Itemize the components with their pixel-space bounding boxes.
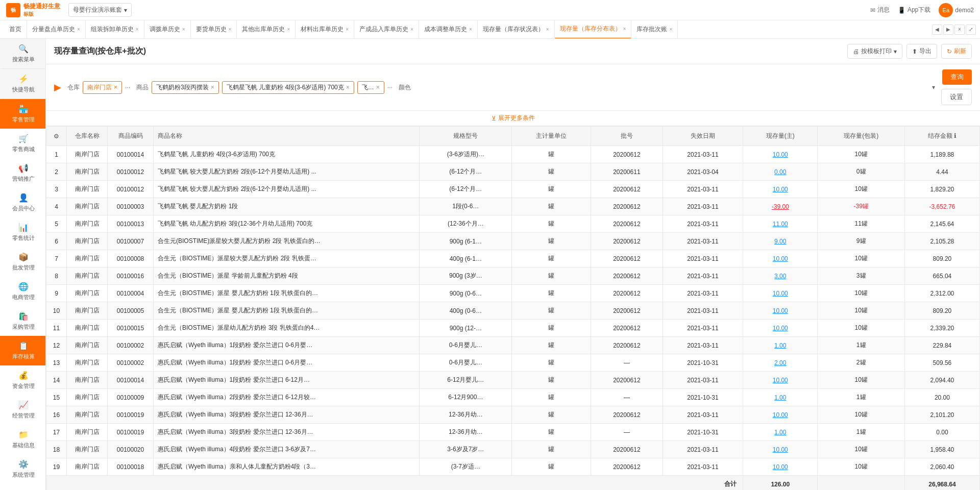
col-header-settings[interactable]: ⚙ bbox=[46, 127, 67, 146]
cell-stock-main[interactable]: -39.00 bbox=[743, 198, 818, 215]
tab-requisition[interactable]: 要货单历史 × bbox=[191, 20, 237, 39]
cell-stock-main[interactable]: 10.00 bbox=[743, 320, 818, 337]
app-download-btn[interactable]: 📱 App下载 bbox=[898, 6, 930, 14]
sidebar-item-ecommerce[interactable]: 🌐 电商管理 bbox=[0, 277, 45, 306]
cell-warehouse: 南岸门店 bbox=[67, 302, 108, 320]
cell-stock-main[interactable]: 11.00 bbox=[743, 215, 818, 233]
cell-batch: 20200612 bbox=[591, 233, 663, 250]
cell-stock-main[interactable]: 0.00 bbox=[743, 163, 818, 181]
sidebar-item-wholesale[interactable]: 📦 批发管理 bbox=[0, 247, 45, 277]
tab-home[interactable]: 首页 bbox=[4, 20, 27, 39]
warehouse-more-icon[interactable]: ··· bbox=[125, 84, 130, 91]
cell-stock-main[interactable]: 1.00 bbox=[743, 337, 818, 354]
tab-close-btn[interactable]: × bbox=[954, 24, 965, 35]
close-icon[interactable]: × bbox=[623, 26, 626, 32]
sidebar-item-retail-mall[interactable]: 🛒 零售商城 bbox=[0, 129, 45, 158]
cell-stock-main[interactable]: 10.00 bbox=[743, 372, 818, 389]
expand-btn[interactable]: ⊻ 展开更多条件 bbox=[492, 114, 535, 122]
footer-total-stock: 126.00 bbox=[743, 476, 818, 491]
search-icon: 🔍 bbox=[18, 44, 29, 54]
product-tag-extra[interactable]: 飞… × bbox=[357, 81, 384, 94]
color-expand-icon[interactable]: ▾ bbox=[932, 84, 935, 91]
sidebar-item-collab[interactable]: 🤝 企业协同 bbox=[0, 484, 45, 490]
close-icon[interactable]: × bbox=[136, 27, 139, 32]
cell-stock-main[interactable]: 10.00 bbox=[743, 441, 818, 458]
product-tag-1[interactable]: 飞鹤星飞帆 儿童奶粉 4段(3-6岁适用) 700克 × bbox=[222, 81, 354, 94]
sidebar-item-marketing[interactable]: 📢 营销推广 bbox=[0, 158, 45, 188]
cell-stock-main[interactable]: 10.00 bbox=[743, 458, 818, 476]
product-remove-icon[interactable]: × bbox=[211, 84, 214, 91]
cell-warehouse: 南岸门店 bbox=[67, 406, 108, 424]
cell-stock-main[interactable]: 10.00 bbox=[743, 285, 818, 302]
close-icon[interactable]: × bbox=[77, 27, 80, 32]
cell-amount: 509.56 bbox=[904, 354, 979, 372]
tab-next-btn[interactable]: ▶ bbox=[943, 24, 953, 35]
tab-prev-btn[interactable]: ◀ bbox=[932, 24, 942, 35]
cell-expiry: 2021-10-31 bbox=[663, 424, 743, 441]
sidebar-item-finance[interactable]: 💰 资金管理 bbox=[0, 365, 45, 395]
refresh-btn[interactable]: ↻ 刷新 bbox=[941, 44, 972, 59]
tab-partial-stock[interactable]: 分量盘点单历史 × bbox=[27, 20, 86, 39]
product-more-icon[interactable]: ··· bbox=[387, 84, 393, 91]
tab-stock-dist[interactable]: 现存量（库存分布表） × bbox=[555, 20, 632, 39]
color-expand-area: ▾ bbox=[932, 84, 935, 91]
close-icon[interactable]: × bbox=[229, 27, 232, 32]
cell-stock-main[interactable]: 10.00 bbox=[743, 146, 818, 163]
expand-arrow-icon[interactable]: ▶ bbox=[54, 82, 61, 93]
template-print-btn[interactable]: 🖨 按模板打印 ▾ bbox=[847, 44, 902, 59]
cell-stock-main[interactable]: 1.00 bbox=[743, 389, 818, 406]
sidebar-item-retail-stats[interactable]: 📊 零售统计 bbox=[0, 217, 45, 247]
tab-product-in[interactable]: 产成品入库单历史 × bbox=[354, 20, 419, 39]
warehouse-remove-icon[interactable]: × bbox=[114, 84, 117, 91]
product-extra-remove-icon[interactable]: × bbox=[376, 84, 380, 91]
tab-other-out[interactable]: 其他出库单历史 × bbox=[237, 20, 296, 39]
tab-unpack[interactable]: 组装拆卸单历史 × bbox=[86, 20, 144, 39]
tab-batch[interactable]: 库存批次账 × bbox=[631, 20, 678, 39]
cell-unit: 罐 bbox=[512, 267, 591, 285]
sidebar-item-search[interactable]: 🔍 搜索菜单 bbox=[0, 39, 45, 69]
close-icon[interactable]: × bbox=[410, 27, 413, 32]
sidebar-item-member[interactable]: 👤 会员中心 bbox=[0, 188, 45, 217]
sidebar-item-system[interactable]: ⚙️ 系统管理 bbox=[0, 454, 45, 484]
cell-stock-main[interactable]: 10.00 bbox=[743, 302, 818, 320]
tab-stock-status[interactable]: 现存量（库存状况表） × bbox=[478, 20, 555, 39]
user-area[interactable]: Ea demo2 bbox=[939, 3, 974, 17]
cell-stock-main[interactable]: 10.00 bbox=[743, 250, 818, 267]
close-icon[interactable]: × bbox=[669, 27, 672, 32]
close-icon[interactable]: × bbox=[546, 27, 549, 32]
store-select[interactable]: 母婴行业演示账套 ▾ bbox=[68, 3, 132, 17]
close-icon[interactable]: × bbox=[182, 27, 185, 32]
product-remove-icon[interactable]: × bbox=[346, 84, 350, 91]
sidebar-item-operation[interactable]: 📈 经营管理 bbox=[0, 395, 45, 425]
sidebar-item-quicknav[interactable]: ⚡ 快捷导航 bbox=[0, 69, 45, 99]
footer-total-amount: 26,968.64 bbox=[904, 476, 979, 491]
tab-material-out[interactable]: 材料出库单历史 × bbox=[296, 20, 354, 39]
cell-code: 00100004 bbox=[108, 285, 154, 302]
sidebar-item-basic[interactable]: 📁 基础信息 bbox=[0, 425, 45, 454]
cell-code: 00100014 bbox=[108, 372, 154, 389]
query-btn[interactable]: 查询 bbox=[942, 69, 972, 85]
message-btn[interactable]: ✉ 消息 bbox=[870, 6, 890, 14]
cell-stock-main[interactable]: 3.00 bbox=[743, 267, 818, 285]
tab-arrows: ◀ ▶ × ⤢ bbox=[932, 24, 976, 35]
sidebar-item-inventory[interactable]: 📋 库存核算 bbox=[0, 336, 45, 365]
product-tag-0[interactable]: 飞鹤奶粉3段丙摆装 × bbox=[152, 81, 219, 94]
close-icon[interactable]: × bbox=[346, 27, 349, 32]
tab-cost-adjust[interactable]: 成本调整单历史 × bbox=[419, 20, 478, 39]
warehouse-tag[interactable]: 南岸门店 × bbox=[83, 81, 122, 94]
filter-expand-toggle[interactable]: ▶ bbox=[54, 82, 61, 93]
cell-stock-main[interactable]: 1.00 bbox=[743, 424, 818, 441]
cell-stock-main[interactable]: 9.00 bbox=[743, 233, 818, 250]
tab-fullscreen-btn[interactable]: ⤢ bbox=[966, 24, 976, 35]
cell-stock-main[interactable]: 2.00 bbox=[743, 354, 818, 372]
tab-adjust[interactable]: 调拨单历史 × bbox=[144, 20, 191, 39]
sidebar-item-label: 基础信息 bbox=[12, 442, 35, 449]
sidebar-item-purchase[interactable]: 🛍️ 采购管理 bbox=[0, 306, 45, 336]
close-icon[interactable]: × bbox=[469, 27, 472, 32]
cell-stock-main[interactable]: 10.00 bbox=[743, 406, 818, 424]
close-icon[interactable]: × bbox=[287, 27, 290, 32]
export-btn[interactable]: ⬆ 导出 bbox=[906, 44, 937, 59]
cell-stock-main[interactable]: 10.00 bbox=[743, 181, 818, 198]
sidebar-item-retail[interactable]: 🏪 零售管理 bbox=[0, 99, 45, 129]
setting-btn[interactable]: 设置 bbox=[941, 89, 972, 105]
